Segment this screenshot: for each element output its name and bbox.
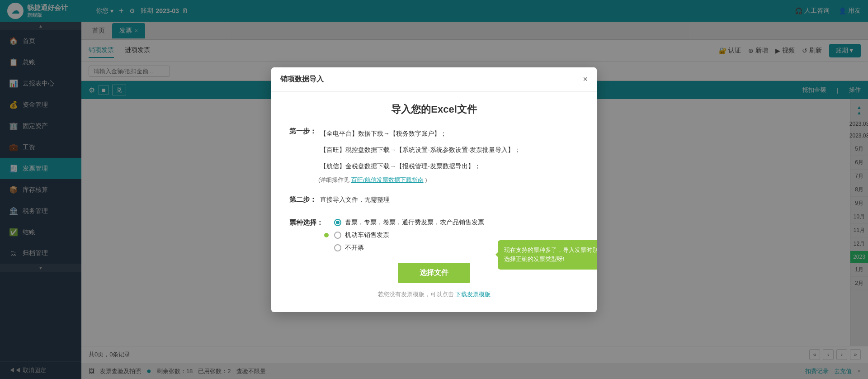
tooltip-popup: × 现在支持的票种多了，导入发票时别忘了选择正确的发票类型呀! [498,240,597,270]
modal-title: 销项数据导入 [280,75,324,84]
ticket-select-label: 票种选择： [289,218,323,227]
step1-line-3: 【航信】金税盘数据下载→【报税管理-发票数据导出】； [318,160,520,172]
radio-option-1[interactable]: 普票，专票，卷票，通行费发票，农产品销售发票 [334,218,484,227]
step-2-block: 第二步： 直接导入文件，无需整理 [289,193,579,209]
step1-line-2: 【百旺】税控盘数据下载→【系统设置-系统参数设置-发票批量导入】； [318,143,520,156]
select-file-btn[interactable]: 选择文件 [398,263,470,283]
modal-body: 导入您的Excel文件 第一步： 【全电平台】数据下载→【税务数字账户】； 【百… [271,92,597,312]
ticket-select-block: 票种选择： 普票，专票，卷票，通行费发票，农产品销售发票 机动车销售 [289,218,579,252]
step1-line-1: 【全电平台】数据下载→【税务数字账户】； [318,127,520,140]
import-modal: 销项数据导入 × 导入您的Excel文件 第一步： 【全电平台】数据下载→【税务… [271,67,597,312]
download-guide-link[interactable]: 百旺/航信发票数据下载指南 [351,176,424,183]
step1-label: 第一步： [289,127,316,180]
radio-option-2[interactable]: 机动车销售发票 × 现在支持的票种多了，导入发票时别忘了选择正确的发票类型呀! [334,231,484,239]
modal-main-title: 导入您的Excel文件 [289,103,579,116]
download-template-link[interactable]: 下载发票模版 [455,291,491,298]
step1-content: 【全电平台】数据下载→【税务数字账户】； 【百旺】税控盘数据下载→【系统设置-系… [318,127,520,184]
radio-circle-3 [334,244,341,251]
modal-overlay: 销项数据导入 × 导入您的Excel文件 第一步： 【全电平台】数据下载→【税务… [0,0,868,379]
step2-content: 直接导入文件，无需整理 [318,193,390,206]
radio-label-3: 不开票 [345,244,364,252]
modal-footer: 若您没有发票模版，可以点击 下载发票模版 [289,290,579,298]
step1-row: 第一步： 【全电平台】数据下载→【税务数字账户】； 【百旺】税控盘数据下载→【系… [289,127,579,184]
radio-label-1: 普票，专票，卷票，通行费发票，农产品销售发票 [345,218,484,227]
step-1-block: 第一步： 【全电平台】数据下载→【税务数字账户】； 【百旺】税控盘数据下载→【系… [289,127,579,184]
modal-close-btn[interactable]: × [583,75,588,83]
tooltip-text: 现在支持的票种多了，导入发票时别忘了选择正确的发票类型呀! [504,246,597,263]
tooltip-connector-dot [324,233,329,237]
radio-option-3[interactable]: 不开票 [334,244,484,252]
modal-header: 销项数据导入 × [271,67,597,92]
radio-label-2: 机动车销售发票 [345,231,389,239]
radio-circle-1 [334,219,341,226]
step1-link-row: (详细操作见 百旺/航信发票数据下载指南 ) [318,176,520,184]
step2-label: 第二步： [289,195,316,204]
ticket-select-row: 票种选择： 普票，专票，卷票，通行费发票，农产品销售发票 机动车销售 [289,218,579,252]
step2-row: 第二步： 直接导入文件，无需整理 [289,193,579,209]
radio-circle-2 [334,232,341,239]
radio-dot-1 [336,221,340,224]
radio-group: 普票，专票，卷票，通行费发票，农产品销售发票 机动车销售发票 × 现在支持的票种 [325,218,484,252]
